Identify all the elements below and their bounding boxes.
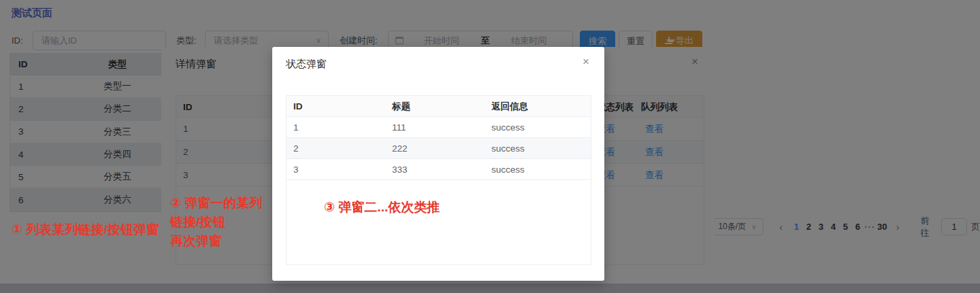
status-header-id: ID: [293, 96, 303, 117]
cell-id: 3: [293, 159, 299, 180]
status-header-title: 标题: [392, 96, 410, 117]
table-row: 1 111 success: [287, 117, 591, 138]
status-header-message: 返回信息: [491, 96, 528, 117]
cell-message: success: [491, 117, 525, 138]
cell-title: 222: [392, 138, 408, 159]
table-row: 3 333 success: [287, 159, 591, 180]
status-table-header-row: ID 标题 返回信息: [287, 96, 591, 117]
annotation-note-2-line-1: ② 弹窗一的某列: [170, 194, 262, 212]
test-page: 测试页面 ID: 请输入ID 类型: 请选择类型 ∨ 创建时间: 开始时间 至 …: [0, 0, 980, 293]
status-modal: 状态弹窗 × ID 标题 返回信息 1 111 success 2 222 su…: [272, 47, 604, 281]
status-modal-title: 状态弹窗: [286, 58, 327, 71]
annotation-note-1: ① 列表某列链接/按钮弹窗: [12, 221, 159, 239]
status-modal-table: ID 标题 返回信息 1 111 success 2 222 success 3…: [286, 95, 591, 265]
table-row: 2 222 success: [287, 138, 591, 159]
cell-id: 2: [293, 138, 299, 159]
annotation-note-3: ③ 弹窗二...依次类推: [324, 199, 440, 216]
close-icon[interactable]: ×: [583, 56, 589, 67]
cell-message: success: [491, 159, 525, 180]
cell-title: 111: [392, 117, 406, 138]
cell-message: success: [491, 138, 525, 159]
cell-title: 333: [392, 159, 408, 180]
annotation-note-2-line-3: 再次弹窗: [170, 232, 222, 250]
annotation-note-2-line-2: 链接/按钮: [170, 213, 225, 231]
cell-id: 1: [293, 117, 299, 138]
